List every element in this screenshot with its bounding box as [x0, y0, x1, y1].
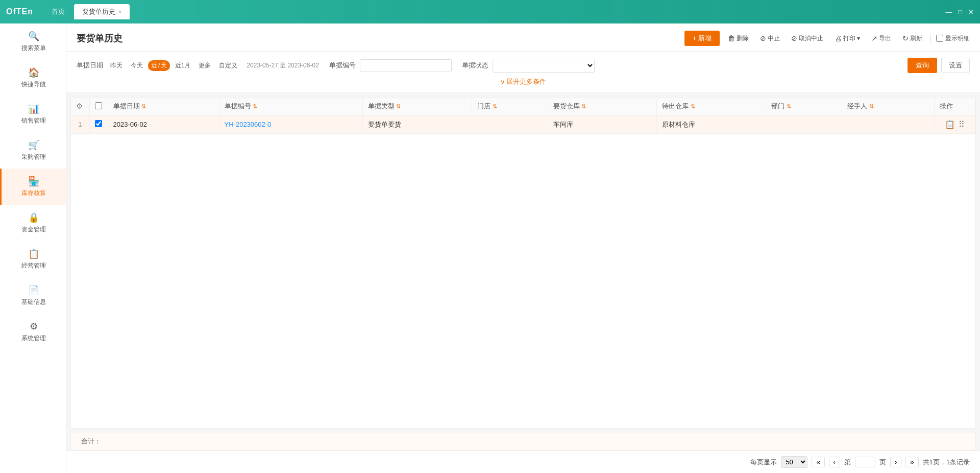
col-req-warehouse-sort[interactable]: ⇅ — [581, 103, 586, 109]
sidebar-item-sales[interactable]: 📊销售管理 — [0, 96, 66, 132]
col-settings-header: ⚙ — [71, 98, 89, 115]
tab-close-requisition-history[interactable]: × — [118, 9, 121, 15]
col-doc-no-sort[interactable]: ⇅ — [253, 103, 257, 109]
cancel-stop-icon: ⊘ — [791, 34, 797, 42]
date-btn-1[interactable]: 今天 — [128, 60, 146, 71]
row-handler-0 — [842, 115, 934, 134]
toolbar-divider — [930, 34, 931, 43]
window-maximize[interactable]: □ — [958, 8, 962, 16]
col-handler-sort[interactable]: ⇅ — [869, 103, 874, 109]
tab-home[interactable]: 首页 — [43, 4, 73, 19]
prev-page-btn[interactable]: ‹ — [829, 457, 840, 467]
sidebar-item-inventory[interactable]: 🏪库存核算 — [0, 169, 66, 205]
expand-filter-btn[interactable]: ∨ 展开更多条件 — [500, 77, 546, 86]
row-department-0 — [766, 115, 842, 134]
add-button[interactable]: + 新增 — [684, 31, 720, 46]
col-doc-no-header: 单据编号 ⇅ — [219, 98, 362, 115]
date-buttons: 昨天今天近7天近1月更多自定义 — [107, 60, 240, 71]
doc-status-select[interactable] — [493, 59, 595, 73]
date-btn-3[interactable]: 近1月 — [172, 60, 194, 71]
doc-no-link-0[interactable]: YH-20230602-0 — [225, 121, 272, 128]
sidebar-label-sales: 销售管理 — [21, 116, 46, 125]
row-doc-type-0: 要货单要货 — [362, 115, 472, 134]
date-btn-0[interactable]: 昨天 — [107, 60, 126, 71]
sidebar-icon-system: ⚙ — [30, 321, 38, 332]
sidebar-icon-finance: 🔒 — [28, 212, 39, 223]
delete-button[interactable]: 🗑 删除 — [725, 32, 752, 45]
sidebar-icon-sales: 📊 — [28, 103, 39, 114]
refresh-button[interactable]: ↻ 刷新 — [899, 32, 925, 45]
date-btn-5[interactable]: 自定义 — [216, 60, 240, 71]
sidebar-item-operations[interactable]: 📋经营管理 — [0, 241, 66, 277]
window-close[interactable]: ✕ — [968, 8, 974, 16]
col-doc-date-sort[interactable]: ⇅ — [141, 103, 146, 109]
sidebar-item-quick-nav[interactable]: 🏠快捷导航 — [0, 60, 66, 96]
export-button[interactable]: ↗ 导出 — [868, 32, 894, 45]
brand-text: OfTEn — [6, 7, 33, 16]
sidebar-label-finance: 资金管理 — [21, 225, 46, 234]
col-department-header: 部门 ⇅ — [766, 98, 842, 115]
query-button[interactable]: 查询 — [908, 58, 937, 73]
data-table: ⚙ 单据日期 ⇅ 单据编号 ⇅ — [71, 98, 975, 134]
print-button[interactable]: 🖨 打印 ▾ — [831, 32, 863, 45]
table-footer: 合计： — [70, 433, 976, 451]
window-minimize[interactable]: — — [945, 8, 952, 16]
page-title-row: 要货单历史 + 新增 🗑 删除 ⊘ 中止 ⊘ 取消中止 — [77, 31, 970, 46]
table-head: ⚙ 单据日期 ⇅ 单据编号 ⇅ — [71, 98, 975, 115]
display-detail-label[interactable]: 显示明细 — [936, 34, 970, 43]
sidebar-item-purchase[interactable]: 🛒采购管理 — [0, 132, 66, 169]
select-all-checkbox[interactable] — [95, 102, 102, 109]
sidebar-item-search-menu[interactable]: 🔍搜索菜单 — [0, 23, 66, 60]
filter-row-1: 单据日期 昨天今天近7天近1月更多自定义 2023-05-27 至 2023-0… — [77, 58, 970, 73]
col-doc-type-sort[interactable]: ⇅ — [396, 103, 401, 109]
doc-no-label: 单据编号 — [329, 61, 356, 70]
table-settings-icon[interactable]: ⚙ — [76, 102, 83, 110]
sidebar-icon-quick-nav: 🏠 — [28, 67, 39, 78]
col-req-warehouse-header: 要货仓库 ⇅ — [548, 98, 656, 115]
sidebar-icon-search-menu: 🔍 — [28, 31, 39, 42]
toolbar: + 新增 🗑 删除 ⊘ 中止 ⊘ 取消中止 — [684, 31, 970, 46]
row-checkbox-0[interactable] — [95, 120, 102, 127]
doc-no-input[interactable] — [360, 59, 452, 72]
doc-status-label: 单据状态 — [462, 61, 488, 70]
sidebar-item-finance[interactable]: 🔒资金管理 — [0, 205, 66, 241]
settings-button[interactable]: 设置 — [941, 58, 970, 73]
col-doc-type-header: 单据类型 ⇅ — [362, 98, 472, 115]
top-bar-tabs: 首页要货单历史× — [43, 4, 945, 19]
date-btn-2[interactable]: 近7天 — [148, 60, 170, 71]
sidebar-item-system[interactable]: ⚙系统管理 — [0, 314, 66, 350]
col-check-header — [89, 98, 108, 115]
date-btn-4[interactable]: 更多 — [195, 60, 214, 71]
last-page-btn[interactable]: » — [905, 457, 918, 467]
cancel-stop-button[interactable]: ⊘ 取消中止 — [788, 32, 826, 45]
row-delete-icon-0[interactable]: ⠿ — [959, 120, 965, 129]
print-dropdown-icon: ▾ — [857, 35, 860, 42]
filter-row-2: ∨ 展开更多条件 — [77, 73, 970, 86]
filter-area: 单据日期 昨天今天近7天近1月更多自定义 2023-05-27 至 2023-0… — [66, 52, 980, 93]
stop-button[interactable]: ⊘ 中止 — [757, 32, 783, 45]
sidebar-icon-purchase: 🛒 — [28, 139, 39, 151]
page-input[interactable]: 1 — [855, 457, 875, 467]
sidebar-item-base-info[interactable]: 📄基础信息 — [0, 277, 66, 314]
row-edit-icon-0[interactable]: 📋 — [945, 120, 955, 129]
sidebar-icon-inventory: 🏪 — [28, 176, 39, 187]
delete-icon: 🗑 — [728, 34, 735, 42]
page-title: 要货单历史 — [77, 32, 122, 44]
sidebar-label-inventory: 库存核算 — [21, 189, 46, 198]
col-pending-warehouse-sort[interactable]: ⇅ — [691, 103, 695, 109]
first-page-btn[interactable]: « — [812, 457, 824, 467]
tab-requisition-history[interactable]: 要货单历史× — [74, 4, 130, 19]
per-page-select[interactable]: 50 100 200 — [781, 456, 807, 468]
total-info: 共1页，1条记录 — [923, 458, 970, 467]
col-department-sort[interactable]: ⇅ — [787, 103, 791, 109]
refresh-icon: ↻ — [902, 34, 909, 42]
doc-date-label: 单据日期 — [77, 61, 103, 70]
display-detail-checkbox[interactable] — [936, 35, 943, 42]
col-store-sort[interactable]: ⇅ — [493, 103, 497, 109]
sidebar-icon-base-info: 📄 — [28, 285, 39, 296]
next-page-btn[interactable]: › — [890, 457, 901, 467]
table-row[interactable]: 1 2023-06-02 YH-20230602-0 要货单要货 车间库 原材料… — [71, 115, 975, 134]
table-body: 1 2023-06-02 YH-20230602-0 要货单要货 车间库 原材料… — [71, 115, 975, 134]
filter-doc-status: 单据状态 — [462, 59, 595, 73]
col-pending-warehouse-header: 待出仓库 ⇅ — [657, 98, 766, 115]
